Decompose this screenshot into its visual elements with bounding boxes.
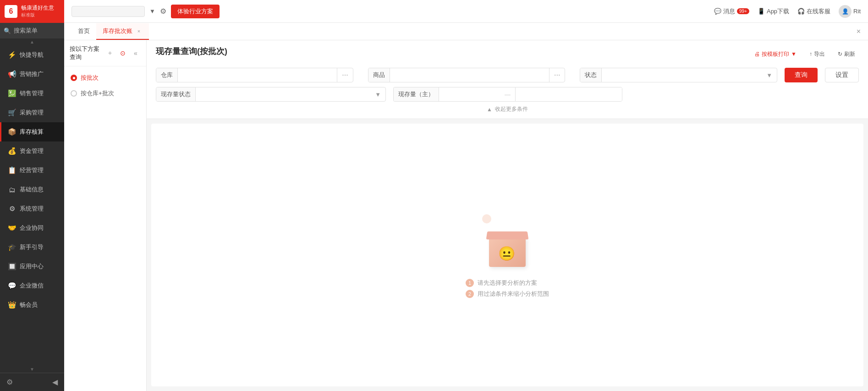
collapse-more-btn[interactable]: ▲ 收起更多条件 (156, 105, 859, 113)
sidebar-item-operations[interactable]: 📋 经营管理 (0, 161, 64, 180)
sidebar-item-enterprise[interactable]: 🤝 企业协同 (0, 218, 64, 238)
collapse-label: 收起更多条件 (495, 105, 528, 113)
inventory-main-filter: 现存量（主） (393, 87, 500, 102)
export-label: 导出 (814, 50, 825, 58)
sidebar-scroll-down[interactable]: ▼ (0, 366, 64, 373)
inventory-main-from-input[interactable] (439, 91, 500, 98)
empty-hint-1: 1 请先选择要分析的方案 (466, 279, 549, 287)
sidebar-item-quick-nav[interactable]: ⚡ 快捷导航 (0, 45, 64, 65)
sidebar-item-guide[interactable]: 🎓 新手引导 (0, 238, 64, 257)
avatar-placeholder: 👤 (842, 8, 849, 15)
sidebar-item-app-center[interactable]: 🔲 应用中心 (0, 257, 64, 276)
box-lid (486, 232, 529, 239)
sidebar-app-version: 标准版 (21, 12, 54, 18)
print-dropdown-icon: ▼ (791, 51, 797, 57)
deco-circle (482, 214, 491, 223)
sidebar-item-finance[interactable]: 💰 资金管理 (0, 141, 64, 161)
sidebar-item-purchase[interactable]: 🛒 采购管理 (0, 103, 64, 122)
topbar-left: ▼ ⚙ 体验行业方案 (71, 5, 709, 18)
nav-label-system: 系统管理 (20, 205, 44, 213)
sidebar-search[interactable]: 🔍 搜索菜单 (0, 23, 64, 38)
scheme-panel: 按以下方案查询 ＋ ⊙ « 按批次 按仓库+批次 (64, 40, 147, 391)
inventory-main-label: 现存量（主） (394, 87, 439, 101)
warehouse-input[interactable] (178, 72, 337, 79)
empty-hints: 1 请先选择要分析的方案 2 用过滤条件来缩小分析范围 (466, 279, 549, 298)
sidebar-item-wechat[interactable]: 💬 企业微信 (0, 276, 64, 295)
scheme-collapse-btn[interactable]: « (131, 48, 141, 58)
box-face: 😐 (498, 245, 515, 261)
avatar: 👤 (839, 5, 852, 18)
sidebar: 6 畅康通好生意 标准版 🔍 搜索菜单 ▲ ⚡ 快捷导航 📢 营销推广 💹 销售… (0, 0, 64, 391)
export-icon: ↑ (809, 51, 812, 57)
collapse-sidebar-icon[interactable]: ◀ (52, 378, 58, 386)
printer-icon: 🖨 (754, 51, 760, 57)
status-dropdown-btn[interactable]: ▼ (762, 72, 777, 79)
experience-industry-btn[interactable]: 体验行业方案 (171, 5, 220, 18)
sidebar-item-basic[interactable]: 🗂 基础信息 (0, 180, 64, 199)
settings-icon[interactable]: ⚙ (6, 378, 13, 386)
print-btn[interactable]: 🖨 按模板打印 ▼ (751, 49, 800, 60)
topbar-settings-icon[interactable]: ⚙ (160, 7, 166, 16)
phone-icon: 📱 (758, 8, 765, 15)
nav-icon-basic: 🗂 (8, 185, 16, 194)
nav-icon-enterprise: 🤝 (8, 224, 16, 232)
nav-label-basic: 基础信息 (20, 185, 44, 194)
inventory-main-filter-group: 现存量（主） — (393, 87, 622, 102)
goods-input[interactable] (390, 72, 549, 79)
online-service-btn[interactable]: 🎧 在线客服 (797, 7, 830, 16)
sidebar-item-system[interactable]: ⚙ 系统管理 (0, 199, 64, 218)
message-btn[interactable]: 💬 消息 99+ (714, 7, 749, 16)
nav-icon-guide: 🎓 (8, 243, 16, 251)
export-btn[interactable]: ↑ 导出 (806, 49, 829, 60)
tab-inventory-batch[interactable]: 库存批次账 × (96, 23, 149, 40)
tab-panel-close-btn[interactable]: × (849, 27, 868, 36)
scheme-settings-btn[interactable]: ⊙ (118, 48, 128, 58)
filter-settings-btn[interactable]: 设置 (825, 68, 859, 82)
sidebar-app-name: 畅康通好生意 (21, 5, 54, 12)
sidebar-item-marketing[interactable]: 📢 营销推广 (0, 65, 64, 84)
status-input[interactable] (602, 72, 762, 79)
goods-filter-label: 商品 (368, 68, 390, 82)
sidebar-scroll-up[interactable]: ▲ (0, 38, 64, 45)
inventory-status-filter: 现存量状态 ▼ (156, 87, 386, 102)
sidebar-item-inventory[interactable]: 📦 库存核算 (0, 122, 64, 141)
scheme-item-by-warehouse-batch[interactable]: 按仓库+批次 (64, 86, 146, 101)
user-avatar-btn[interactable]: 👤 Rit (839, 5, 861, 18)
message-icon: 💬 (714, 8, 721, 15)
topbar-dropdown-btn[interactable]: ▼ (149, 8, 155, 15)
scheme-radio-by-warehouse-batch (71, 90, 77, 97)
nav-label-enterprise: 企业协同 (20, 224, 44, 232)
nav-label-quick-nav: 快捷导航 (20, 51, 44, 59)
sidebar-item-member[interactable]: 👑 畅会员 (0, 295, 64, 315)
main-area: ▼ ⚙ 体验行业方案 💬 消息 99+ 📱 App下载 🎧 在线客服 👤 (64, 0, 868, 391)
app-download-btn[interactable]: 📱 App下载 (758, 7, 789, 16)
warehouse-more-btn[interactable]: ··· (337, 68, 352, 82)
online-service-label: 在线客服 (807, 7, 830, 16)
scheme-item-by-batch[interactable]: 按批次 (64, 70, 146, 86)
nav-icon-inventory: 📦 (8, 128, 16, 136)
nav-label-finance: 资金管理 (20, 147, 44, 155)
add-scheme-btn[interactable]: ＋ (105, 48, 115, 58)
tab-close-btn[interactable]: × (135, 27, 143, 35)
status-filter-label: 状态 (580, 68, 602, 82)
nav-icon-operations: 📋 (8, 166, 16, 174)
query-btn[interactable]: 查询 (785, 68, 818, 82)
goods-more-btn[interactable]: ··· (549, 68, 565, 82)
nav-icon-quick-nav: ⚡ (8, 51, 16, 59)
scheme-list: 按批次 按仓库+批次 (64, 66, 146, 391)
refresh-btn[interactable]: ↻ 刷新 (834, 49, 859, 60)
tab-home[interactable]: 首页 (71, 23, 96, 40)
topbar-search-input[interactable] (71, 6, 145, 17)
refresh-icon: ↻ (838, 51, 842, 57)
filter-area: 现存量查询(按批次) 🖨 按模板打印 ▼ ↑ 导出 ↻ (147, 40, 868, 119)
inventory-status-input[interactable] (196, 91, 370, 98)
query-title-row: 现存量查询(按批次) 🖨 按模板打印 ▼ ↑ 导出 ↻ (156, 46, 859, 62)
gear-icon: ⊙ (120, 49, 126, 57)
scheme-panel-title: 按以下方案查询 (70, 45, 105, 61)
inventory-status-dropdown[interactable]: ▼ (370, 91, 385, 98)
hint-text-2: 用过滤条件来缩小分析范围 (478, 290, 549, 298)
right-content: 现存量查询(按批次) 🖨 按模板打印 ▼ ↑ 导出 ↻ (147, 40, 868, 391)
inventory-main-to-input[interactable] (516, 87, 622, 101)
sidebar-item-sales[interactable]: 💹 销售管理 (0, 84, 64, 103)
hint-text-1: 请先选择要分析的方案 (478, 279, 537, 287)
